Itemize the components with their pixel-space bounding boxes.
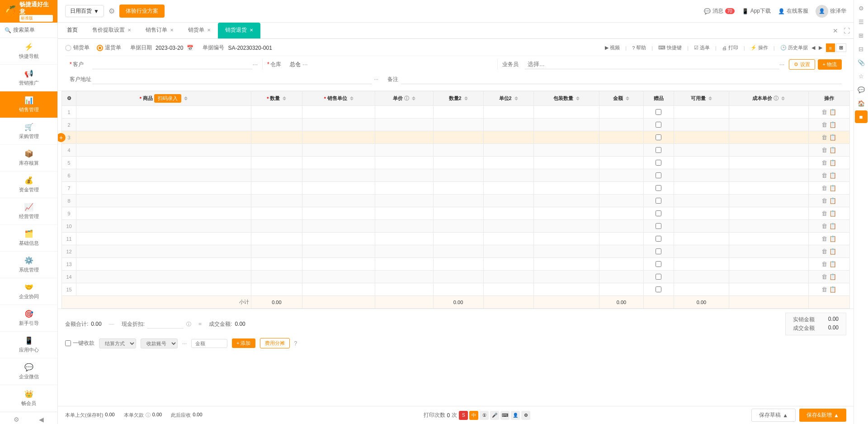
cell-15-6[interactable]	[599, 283, 644, 296]
warehouse-dots[interactable]: ···	[302, 61, 308, 68]
gift-cell-2[interactable]	[643, 119, 674, 131]
calc-select[interactable]: 结算方式	[99, 338, 136, 348]
product-cell-10[interactable]	[76, 220, 251, 233]
payment-amount-input[interactable]	[191, 339, 227, 348]
product-cell-7[interactable]	[76, 182, 251, 195]
footer-icon-mic[interactable]: 🎤	[490, 411, 499, 420]
product-cell-11[interactable]	[76, 233, 251, 245]
delete-row-1[interactable]: 🗑	[821, 109, 827, 115]
avail-cell-13[interactable]	[674, 258, 729, 271]
copy-row-3[interactable]: 📋	[829, 134, 836, 141]
avail-cell-10[interactable]	[674, 220, 729, 233]
action-history[interactable]: 🕒 历史单据	[780, 44, 808, 51]
cell-2-6[interactable]	[599, 119, 644, 131]
cell-6-5[interactable]	[533, 169, 599, 182]
cell-14-6[interactable]	[599, 271, 644, 283]
sidebar-search[interactable]: 🔍 搜索菜单	[0, 23, 57, 38]
delete-row-2[interactable]: 🗑	[821, 121, 827, 128]
cell-3-4[interactable]	[483, 131, 533, 144]
cell-3-3[interactable]	[433, 131, 483, 144]
logistics-button[interactable]: + 物流	[818, 59, 842, 70]
cost-cell-10[interactable]	[729, 220, 808, 233]
cost-cell-7[interactable]	[729, 182, 808, 195]
copy-row-14[interactable]: 📋	[829, 273, 836, 280]
cell-4-2[interactable]	[375, 144, 433, 157]
tab-sale-return[interactable]: 销货退货 ✕	[218, 23, 260, 38]
split-button[interactable]: 费用分摊	[260, 338, 290, 348]
cell-4-3[interactable]	[433, 144, 483, 157]
online-service-item[interactable]: 👤 在线客服	[778, 7, 808, 15]
cell-8-2[interactable]	[375, 195, 433, 207]
gift-cell-7[interactable]	[643, 182, 674, 195]
delete-row-10[interactable]: 🗑	[821, 223, 827, 229]
cell-10-6[interactable]	[599, 220, 644, 233]
sidebar-item-xitong[interactable]: ⚙️ 系统管理	[0, 252, 57, 278]
sidebar-item-qiye[interactable]: 🤝 企业协同	[0, 278, 57, 305]
gift-cell-3[interactable]	[643, 131, 674, 144]
delete-row-7[interactable]: 🗑	[821, 185, 827, 191]
cell-13-4[interactable]	[483, 258, 533, 271]
cell-13-0[interactable]	[251, 258, 302, 271]
cell-4-5[interactable]	[533, 144, 599, 157]
account-select[interactable]: 收款账号	[141, 338, 178, 348]
cell-14-2[interactable]	[375, 271, 433, 283]
cell-9-2[interactable]	[375, 207, 433, 220]
avail-cell-6[interactable]	[674, 169, 729, 182]
product-cell-14[interactable]	[76, 271, 251, 283]
collapse-icon[interactable]: ◀	[39, 416, 44, 423]
footer-icon-kb[interactable]: ⌨	[500, 411, 509, 420]
cell-6-0[interactable]	[251, 169, 302, 182]
product-input-3[interactable]	[76, 132, 251, 143]
cell-15-2[interactable]	[375, 283, 433, 296]
cell-8-5[interactable]	[533, 195, 599, 207]
cost-sort-icon[interactable]	[781, 96, 785, 100]
cell-14-0[interactable]	[251, 271, 302, 283]
cell-14-4[interactable]	[483, 271, 533, 283]
avail-cell-9[interactable]	[674, 207, 729, 220]
cost-cell-3[interactable]	[729, 131, 808, 144]
cell-9-0[interactable]	[251, 207, 302, 220]
cell-4-1[interactable]	[302, 144, 375, 157]
gift-check-9[interactable]	[656, 210, 661, 216]
product-cell-15[interactable]	[76, 283, 251, 296]
cell-10-0[interactable]	[251, 220, 302, 233]
cell-12-6[interactable]	[599, 245, 644, 258]
customer-input[interactable]	[92, 59, 252, 69]
cell-5-4[interactable]	[483, 157, 533, 169]
cell-3-1[interactable]	[302, 131, 375, 144]
cell-1-5[interactable]	[533, 106, 599, 119]
scan-button[interactable]: 扫码录入	[154, 94, 181, 103]
cell-1-1[interactable]	[302, 106, 375, 119]
delete-row-8[interactable]: 🗑	[821, 197, 827, 204]
cell-7-2[interactable]	[375, 182, 433, 195]
tab-sale-order[interactable]: 销售订单 ✕	[138, 23, 181, 38]
gift-cell-8[interactable]	[643, 195, 674, 207]
add-row-button[interactable]: +	[58, 133, 66, 142]
gift-check-11[interactable]	[656, 236, 661, 242]
tab-home[interactable]: 首页	[60, 23, 85, 38]
copy-row-9[interactable]: 📋	[829, 210, 836, 217]
copy-row-15[interactable]: 📋	[829, 286, 836, 293]
cell-9-1[interactable]	[302, 207, 375, 220]
note-input[interactable]	[401, 74, 842, 84]
footer-icon-person[interactable]: 👤	[511, 411, 520, 420]
cell-9-6[interactable]	[599, 207, 644, 220]
gift-cell-1[interactable]	[643, 106, 674, 119]
delete-row-13[interactable]: 🗑	[821, 261, 827, 267]
address-dots[interactable]: ···	[374, 76, 378, 82]
copy-row-1[interactable]: 📋	[829, 109, 836, 115]
right-panel-icon-home[interactable]: 🏠	[855, 97, 868, 110]
staff-dots[interactable]: ···	[779, 61, 785, 68]
cost-cell-4[interactable]	[729, 144, 808, 157]
cost-cell-11[interactable]	[729, 233, 808, 245]
copy-row-5[interactable]: 📋	[829, 159, 836, 166]
copy-row-12[interactable]: 📋	[829, 248, 836, 255]
gift-check-3[interactable]	[656, 134, 661, 140]
product-cell-12[interactable]	[76, 245, 251, 258]
gift-cell-6[interactable]	[643, 169, 674, 182]
cell-2-0[interactable]	[251, 119, 302, 131]
unit-sort-icon[interactable]	[350, 96, 354, 100]
avail-cell-8[interactable]	[674, 195, 729, 207]
cell-11-1[interactable]	[302, 233, 375, 245]
sidebar-item-jingying[interactable]: 📈 经营管理	[0, 198, 57, 225]
